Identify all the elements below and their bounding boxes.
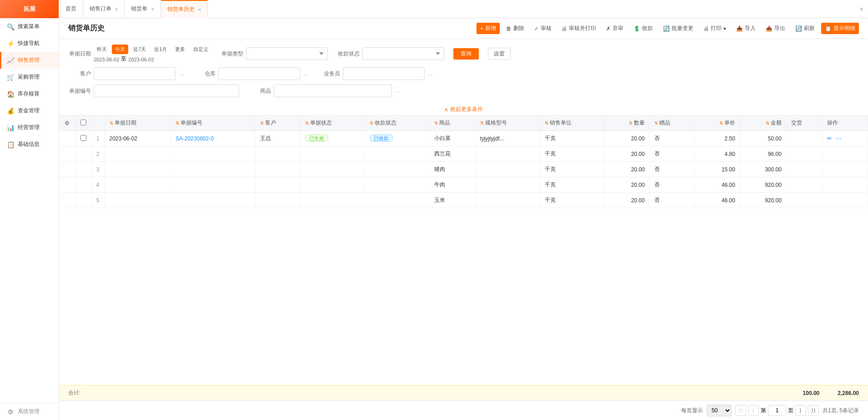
date-btn-yesterday[interactable]: 昨天 (94, 45, 110, 54)
col-spec-label: 规格型号 (485, 120, 507, 126)
edit-icon[interactable]: ✏ (827, 135, 832, 142)
col-goods[interactable]: ⇅ 商品 (429, 115, 475, 131)
cell-unit: 千克 (540, 162, 604, 177)
salesperson-dots[interactable]: ... (428, 70, 433, 77)
tab-home[interactable]: 首页 (59, 0, 83, 18)
doc-type-select[interactable] (246, 47, 328, 60)
col-transaction: 交货 (786, 115, 822, 131)
doc-no-label: 单据编号 (68, 87, 91, 95)
warehouse-dots[interactable]: ... (304, 70, 308, 77)
col-qty[interactable]: ⇅ 数量 (604, 115, 650, 131)
payment-status-select[interactable] (362, 47, 444, 60)
sidebar-item-label: 快捷导航 (18, 40, 40, 47)
col-unit-price[interactable]: ⇅ 单价 (695, 115, 740, 131)
sidebar-item-operations[interactable]: 📊 经营管理 (0, 119, 59, 136)
sidebar-item-purchase-mgmt[interactable]: 🛒 采购管理 (0, 69, 59, 85)
tab-sales-delivery[interactable]: 销货单 × (125, 0, 161, 18)
col-doc-date[interactable]: ⇅ 单据日期 (105, 115, 171, 131)
row-checkbox[interactable] (80, 135, 86, 141)
select-all-checkbox[interactable] (80, 120, 86, 125)
doc-no-input[interactable] (94, 85, 239, 97)
abandon-button[interactable]: ✗ 弃审 (602, 23, 627, 34)
date-btn-today[interactable]: 今天 (112, 45, 128, 54)
payment-status-label: 收款状态 (337, 50, 360, 58)
col-spec[interactable]: ⇅ 规格型号 (475, 115, 540, 131)
export-icon: 📤 (766, 25, 773, 32)
col-payment-status[interactable]: ⇅ 收款状态 (365, 115, 430, 131)
sidebar-item-label: 库存核算 (18, 90, 40, 98)
sidebar-item-finance[interactable]: 💰 资金管理 (0, 102, 59, 119)
customer-dots[interactable]: ... (179, 70, 184, 77)
query-button[interactable]: 查询 (453, 48, 479, 60)
audit-icon: ✓ (534, 25, 539, 32)
audit-print-button[interactable]: 🖨 审核并打印 (558, 23, 600, 34)
export-button[interactable]: 📤 导出 (762, 23, 789, 34)
cell-settings (59, 177, 75, 193)
payment-status-badge: 已收款 (370, 135, 393, 142)
import-button[interactable]: 📥 导入 (733, 23, 759, 34)
tab-sales-delivery-close[interactable]: × (151, 6, 154, 12)
tab-sales-order[interactable]: 销售订单 × (83, 0, 125, 18)
cell-goods: 小白菜 (429, 131, 475, 146)
table-settings-icon[interactable]: ⚙ (65, 120, 70, 126)
total-info: 共1页, 5条记录 (823, 407, 859, 415)
tab-sales-order-close[interactable]: × (115, 6, 118, 12)
sidebar-item-quick-nav[interactable]: ⚡ 快捷导航 (0, 35, 59, 52)
col-unit[interactable]: ⇅ 销售单位 (540, 115, 604, 131)
print-button[interactable]: 🖨 打印 ▾ (700, 23, 730, 34)
cell-unit-price: 4.80 (695, 146, 740, 162)
sidebar-item-label: 搜索菜单 (18, 23, 40, 30)
col-amount[interactable]: ⇅ 金额 (740, 115, 786, 131)
show-detail-button[interactable]: 📋 显示明细 (821, 23, 859, 34)
collect-button[interactable]: 💲 收款 (630, 23, 657, 34)
cell-goods: 西兰花 (429, 146, 475, 162)
more-icon[interactable]: ⋯ (836, 135, 842, 142)
cell-doc-no (171, 162, 256, 177)
col-gift[interactable]: ⇅ 赠品 (649, 115, 695, 131)
batch-change-label: 批量变更 (672, 25, 693, 32)
new-button[interactable]: + 新增 (477, 23, 500, 34)
sidebar-item-inventory[interactable]: 🏠 库存核算 (0, 85, 59, 102)
col-transaction-label: 交货 (791, 120, 802, 126)
cell-doc-no[interactable]: SA-20230602-0 (171, 131, 256, 146)
customer-input[interactable] (94, 67, 176, 80)
date-btn-more[interactable]: 更多 (172, 45, 188, 54)
cell-spec (475, 193, 540, 208)
date-btn-1month[interactable]: 近1月 (151, 45, 170, 54)
col-goods-label: 商品 (439, 120, 450, 126)
page-size-select[interactable]: 50 100 200 (707, 405, 732, 416)
col-customer[interactable]: ⇅ 客户 (255, 115, 301, 131)
salesperson-input[interactable] (343, 67, 425, 80)
date-btn-custom[interactable]: 自定义 (190, 45, 211, 54)
delete-button[interactable]: 🗑 删除 (502, 23, 528, 34)
sidebar-item-base-info[interactable]: 📋 基础信息 (0, 136, 59, 153)
warehouse-input[interactable] (218, 67, 300, 80)
sidebar-item-sys-mgmt[interactable]: ⚙ 系统管理 (0, 403, 59, 420)
first-page-button[interactable]: ⟨⟨ (735, 405, 746, 416)
tab-sales-history[interactable]: 销货单历史 × (161, 0, 208, 18)
cell-unit: 千克 (540, 146, 604, 162)
sidebar-item-search-menu[interactable]: 🔍 搜索菜单 (0, 18, 59, 35)
sidebar-item-sales-mgmt[interactable]: 📈 销售管理 (0, 52, 59, 69)
goods-input[interactable] (274, 85, 392, 97)
last-page-button[interactable]: ⟩⟩ (808, 405, 819, 416)
tab-sales-history-close[interactable]: × (198, 7, 201, 12)
show-detail-icon: 📋 (825, 25, 832, 32)
col-doc-no[interactable]: ⇅ 单据编号 (171, 115, 256, 131)
audit-button[interactable]: ✓ 审核 (531, 23, 555, 34)
col-settings[interactable]: ⚙ (59, 115, 75, 131)
settings-filter-button[interactable]: 设置 (488, 48, 511, 60)
next-page-button[interactable]: ⟩ (795, 405, 806, 416)
page-number-input[interactable]: 1 (768, 405, 786, 416)
batch-change-button[interactable]: 🔄 批量变更 (659, 23, 697, 34)
tab-bar-end-close[interactable]: × (860, 5, 868, 13)
refresh-button[interactable]: 🔃 刷新 (792, 23, 818, 34)
collapse-button[interactable]: ∧ 收起更多条件 (59, 104, 868, 115)
prev-page-button[interactable]: ⟨ (748, 405, 759, 416)
date-btn-7days[interactable]: 近7天 (130, 45, 149, 54)
filter-payment-status: 收款状态 (337, 47, 444, 60)
goods-dots[interactable]: ... (396, 88, 400, 94)
cell-qty: 20.00 (604, 193, 650, 208)
col-doc-status[interactable]: ⇅ 单据状态 (301, 115, 365, 131)
filter-goods: 商品 ... (248, 85, 400, 97)
